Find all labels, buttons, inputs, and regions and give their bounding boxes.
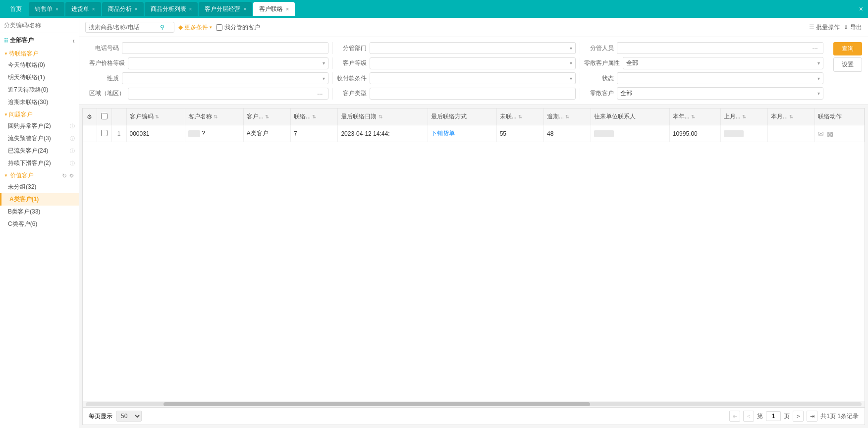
tab-purchase-close[interactable]: × bbox=[92, 6, 95, 12]
last-page-button[interactable]: ⇥ bbox=[807, 411, 817, 422]
window-close-button[interactable]: × bbox=[859, 5, 863, 13]
sidebar-value-refresh-icon[interactable]: ↻ bbox=[62, 172, 67, 179]
tab-sales-order[interactable]: 销售单 × bbox=[29, 2, 64, 16]
tab-product-analysis-list-close[interactable]: × bbox=[189, 6, 192, 12]
row-checkbox[interactable] bbox=[97, 125, 111, 142]
horizontal-scrollbar[interactable] bbox=[83, 401, 865, 407]
last-contact-date-sort-icon[interactable]: ⇅ bbox=[379, 114, 382, 119]
settings-button[interactable]: 设置 bbox=[833, 57, 862, 72]
filter-region-dots[interactable]: ··· bbox=[315, 90, 325, 98]
current-page-input[interactable] bbox=[766, 411, 781, 421]
sidebar-value-settings-icon[interactable]: ⛭ bbox=[69, 172, 75, 179]
table-body: 1 000031 ? A类客户 7 2023-04-12 14:44: 下销货单 bbox=[83, 125, 865, 142]
last-month-sort-icon[interactable]: ⇅ bbox=[742, 114, 746, 119]
export-button[interactable]: ⇓ 导出 bbox=[844, 23, 862, 32]
filter-customer-type-label: 客户类型 bbox=[337, 89, 367, 98]
tab-product-analysis[interactable]: 商品分析 × bbox=[102, 2, 144, 16]
tab-sales-label: 销售单 bbox=[35, 5, 53, 13]
filter-customer-level-select[interactable]: ▾ bbox=[370, 57, 576, 69]
filter-person-dots[interactable]: ··· bbox=[810, 44, 820, 52]
column-settings-icon[interactable]: ⚙ bbox=[87, 113, 92, 120]
filter-row-1: 电话号码 分管部门 ▾ bbox=[85, 42, 827, 54]
sidebar-item-churn-warning[interactable]: 流失预警客户(3) ⓘ bbox=[0, 132, 79, 145]
contacts-sort-icon[interactable]: ⇅ bbox=[312, 114, 316, 119]
filter-retail-label: 零散客户 bbox=[584, 89, 614, 98]
sidebar-item-7days-contact[interactable]: 近7天待联络(0) bbox=[0, 84, 79, 96]
tab-customer-contact[interactable]: 客户联络 × bbox=[253, 2, 295, 16]
sidebar-item-class-b[interactable]: B类客户(33) bbox=[0, 206, 79, 218]
declining-info-icon[interactable]: ⓘ bbox=[70, 160, 75, 167]
search-input[interactable] bbox=[89, 24, 158, 31]
action-icon-qr[interactable]: ▩ bbox=[827, 130, 833, 138]
sidebar-group-pending-label: 待联络客户 bbox=[9, 50, 39, 58]
row-contacts: 7 bbox=[291, 125, 338, 142]
last-contact-way-link[interactable]: 下销货单 bbox=[431, 130, 455, 137]
table-scroll-container[interactable]: ⚙ 客户编码 ⇅ 客户名称 bbox=[83, 108, 865, 401]
sidebar-item-repurchase-abnormal[interactable]: 回购异常客户(2) ⓘ bbox=[0, 120, 79, 132]
action-icon-message[interactable]: ✉ bbox=[818, 130, 824, 138]
tab-product-analysis-list[interactable]: 商品分析列表 × bbox=[145, 2, 198, 16]
overdue-sort-icon[interactable]: ⇅ bbox=[565, 114, 569, 119]
row-last-contact-way[interactable]: 下销货单 bbox=[428, 125, 496, 142]
filter-payment-select[interactable]: ▾ bbox=[370, 72, 576, 84]
repurchase-info-icon[interactable]: ⓘ bbox=[70, 123, 75, 130]
sidebar-item-today-contact[interactable]: 今天待联络(0) bbox=[0, 59, 79, 71]
my-customer-checkbox[interactable] bbox=[216, 24, 222, 31]
sidebar-item-unclassified[interactable]: 未分组(32) bbox=[0, 181, 79, 193]
table-column-settings[interactable]: ⚙ bbox=[83, 108, 97, 125]
no-contact-sort-icon[interactable]: ⇅ bbox=[518, 114, 522, 119]
filter-region-select[interactable]: ··· bbox=[128, 88, 328, 100]
type-sort-icon[interactable]: ⇅ bbox=[265, 114, 269, 119]
tab-product-analysis-close[interactable]: × bbox=[135, 6, 138, 12]
filter-customer-level-label: 客户等级 bbox=[337, 59, 367, 67]
sidebar-item-overdue-contact[interactable]: 逾期未联络(30) bbox=[0, 96, 79, 108]
query-button[interactable]: 查询 bbox=[833, 42, 862, 55]
filter-retail-select[interactable]: 全部 ▾ bbox=[617, 87, 823, 100]
tab-customer-segment-close[interactable]: × bbox=[243, 6, 246, 12]
sidebar-collapse-icon[interactable]: ‹ bbox=[72, 37, 75, 45]
sidebar-item-churned[interactable]: 已流失客户(24) ⓘ bbox=[0, 145, 79, 157]
sidebar-item-tomorrow-contact[interactable]: 明天待联络(1) bbox=[0, 71, 79, 84]
search-icon[interactable]: ⚲ bbox=[160, 24, 164, 31]
filter-phone-input[interactable] bbox=[122, 42, 328, 54]
filter-nature-select[interactable]: ▾ bbox=[122, 72, 328, 84]
churned-info-icon[interactable]: ⓘ bbox=[70, 148, 75, 155]
churn-warning-info-icon[interactable]: ⓘ bbox=[70, 135, 75, 142]
table-header-last-contact-way: 最后联络方式 bbox=[428, 108, 496, 125]
first-page-button[interactable]: ⇤ bbox=[729, 411, 740, 422]
content-area: ⚲ ◆ 更多条件 ▾ 我分管的客户 ☰ 批量操作 ⇓ 导出 bbox=[79, 18, 868, 428]
my-customer-checkbox-container[interactable]: 我分管的客户 bbox=[216, 23, 260, 32]
sidebar-item-class-c[interactable]: C类客户(6) bbox=[0, 218, 79, 230]
page-size-select[interactable]: 50 100 200 bbox=[116, 411, 142, 422]
prev-page-button[interactable]: < bbox=[743, 411, 754, 422]
filter-price-level-label: 客户价格等级 bbox=[89, 59, 125, 67]
more-filters-button[interactable]: ◆ 更多条件 ▾ bbox=[178, 23, 212, 32]
filter-dept-chevron: ▾ bbox=[570, 46, 572, 51]
this-month-sort-icon[interactable]: ⇅ bbox=[789, 114, 793, 119]
filter-dept-select[interactable]: ▾ bbox=[370, 42, 576, 54]
sidebar-all-customers-header[interactable]: ⁝⁝ 全部客户 ‹ bbox=[0, 33, 79, 48]
code-sort-icon[interactable]: ⇅ bbox=[155, 114, 159, 119]
sidebar-search-input[interactable] bbox=[4, 22, 78, 29]
row-select-checkbox[interactable] bbox=[101, 130, 108, 136]
tab-purchase-order[interactable]: 进货单 × bbox=[65, 2, 101, 16]
filter-person-select[interactable]: ··· bbox=[617, 42, 823, 54]
tab-sales-close[interactable]: × bbox=[55, 6, 58, 12]
table-header-this-month: 本月... ⇅ bbox=[768, 108, 815, 125]
tab-home[interactable]: 首页 bbox=[4, 2, 28, 16]
filter-status-select[interactable]: ▾ bbox=[617, 72, 823, 84]
tab-customer-segment[interactable]: 客户分层经营 × bbox=[199, 2, 252, 16]
this-year-sort-icon[interactable]: ⇅ bbox=[691, 114, 695, 119]
filter-customer-type-select[interactable] bbox=[370, 88, 576, 100]
name-sort-icon[interactable]: ⇅ bbox=[214, 114, 217, 119]
batch-operation-button[interactable]: ☰ 批量操作 bbox=[809, 23, 840, 32]
filter-price-level-select[interactable]: ▾ bbox=[128, 57, 328, 69]
table-header-checkbox[interactable] bbox=[97, 108, 111, 125]
scrollbar-thumb[interactable] bbox=[163, 402, 590, 406]
sidebar-item-class-a[interactable]: A类客户(1) bbox=[0, 193, 79, 206]
next-page-button[interactable]: > bbox=[793, 411, 804, 422]
sidebar-item-declining[interactable]: 持续下滑客户(2) ⓘ bbox=[0, 157, 79, 169]
tab-customer-contact-close[interactable]: × bbox=[286, 6, 289, 12]
select-all-checkbox[interactable] bbox=[101, 113, 108, 119]
filter-retail-attr-select[interactable]: 全部 ▾ bbox=[623, 57, 823, 69]
